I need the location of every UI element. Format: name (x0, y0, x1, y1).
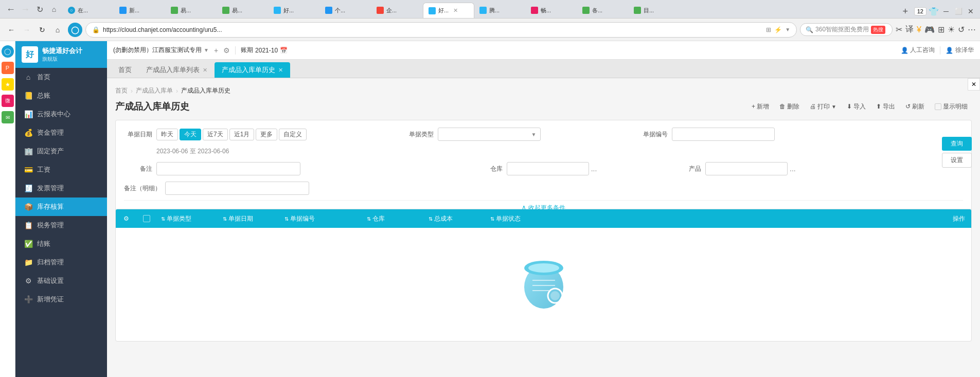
page-tab-list-close[interactable]: ✕ (203, 67, 207, 74)
company-settings-button[interactable]: ⚙ (223, 46, 230, 55)
yuan-icon[interactable]: ¥ (917, 25, 921, 34)
sidebar-item-checkout[interactable]: ✅ 结账 (15, 235, 107, 253)
browser-tab-9[interactable]: 腾... (474, 3, 526, 18)
translate-icon[interactable]: 译 (905, 24, 914, 35)
add-company-button[interactable]: + (214, 46, 218, 55)
product-input[interactable] (705, 162, 788, 175)
bill-type-dropdown[interactable]: ▼ (438, 128, 541, 141)
back-nav-button[interactable]: ← (4, 23, 19, 37)
date-btn-custom[interactable]: 自定义 (279, 129, 307, 140)
page-tab-history[interactable]: 产成品入库单历史 ✕ (215, 62, 290, 78)
settings-icon[interactable]: ⋯ (968, 25, 976, 34)
checkbox-all[interactable] (143, 215, 150, 222)
setting-button[interactable]: 设置 (942, 153, 972, 168)
th-number[interactable]: ⇅ 单据编号 (280, 214, 363, 223)
browser-tab-11[interactable]: 各... (577, 3, 629, 18)
browser-tab-7[interactable]: 企... (371, 3, 423, 18)
sidebar-item-capital[interactable]: 💰 资金管理 (15, 123, 107, 142)
browser-tab-12[interactable]: 目... (629, 3, 680, 18)
date-btn-yesterday[interactable]: 昨天 (156, 129, 178, 140)
sidebar-item-asset[interactable]: 🏢 固定资产 (15, 142, 107, 160)
warehouse-input[interactable] (507, 162, 589, 175)
th-check[interactable] (136, 215, 157, 222)
browser-tab-10[interactable]: 畅... (526, 3, 577, 18)
search-toolbar[interactable]: 🔍 360智能抠图免费用 热搜 (800, 23, 893, 36)
product-dots-icon[interactable]: ... (790, 165, 796, 173)
date-btn-today[interactable]: 今天 (180, 129, 201, 140)
user-avatar[interactable]: 👤 徐泽华 (946, 46, 974, 55)
th-date[interactable]: ⇅ 单据日期 (219, 214, 280, 223)
date-btn-1month[interactable]: 近1月 (229, 129, 255, 140)
note-input[interactable] (156, 162, 300, 175)
apps-icon[interactable]: ⊞ (938, 25, 945, 34)
breadcrumb-item-2[interactable]: 产成品入库单 (136, 86, 173, 95)
browser-tab-4[interactable]: 易... (217, 3, 269, 18)
sidebar-item-inventory[interactable]: 📦 库存核算 (15, 198, 107, 216)
panel-close-button[interactable]: ✕ (968, 78, 980, 91)
mini-icon-5[interactable]: ✉ (2, 111, 14, 123)
th-warehouse[interactable]: ⇅ 仓库 (363, 214, 424, 223)
home-nav-button[interactable]: ⌂ (50, 23, 65, 37)
sync-icon[interactable]: ↺ (958, 25, 965, 34)
scissors-icon[interactable]: ✂ (896, 25, 902, 34)
date-btn-7days[interactable]: 近7天 (203, 129, 228, 140)
browser-tab-3[interactable]: 易... (166, 3, 217, 18)
home-browser-button[interactable]: ⌂ (47, 3, 61, 16)
calendar-icon[interactable]: 📅 (280, 47, 288, 54)
sidebar-item-archive[interactable]: 📁 归档管理 (15, 253, 107, 272)
minimize-button[interactable]: ─ (941, 6, 951, 16)
support-button[interactable]: 👤 人工咨询 (901, 46, 935, 55)
tab-count-badge[interactable]: 12 (914, 7, 926, 15)
warehouse-dots-icon[interactable]: ... (591, 165, 597, 173)
show-columns-checkbox[interactable]: 显示明细 (931, 101, 972, 113)
mini-icon-4[interactable]: 微 (2, 95, 14, 107)
page-tab-history-close[interactable]: ✕ (278, 67, 283, 74)
query-button[interactable]: 查询 (942, 137, 972, 151)
page-tab-list[interactable]: 产成品入库单列表 ✕ (139, 62, 215, 78)
th-cost[interactable]: ⇅ 总成本 (424, 214, 486, 223)
sidebar-item-home[interactable]: ⌂ 首页 (15, 68, 107, 86)
sidebar-item-tax[interactable]: 📋 税务管理 (15, 216, 107, 235)
refresh-nav-button[interactable]: ↻ (35, 23, 49, 37)
mini-icon-1[interactable]: ◯ (2, 45, 14, 58)
browser-tab-1[interactable]: ○ 在... (63, 3, 114, 18)
mini-icon-2[interactable]: P (2, 62, 14, 74)
th-status[interactable]: ⇅ 单据状态 (486, 214, 548, 223)
refresh-browser-button[interactable]: ↻ (33, 3, 46, 16)
mini-icon-3[interactable]: ★ (2, 78, 14, 91)
back-button[interactable]: ← (4, 3, 17, 16)
maximize-button[interactable]: ⬜ (953, 6, 964, 16)
date-btn-more[interactable]: 更多 (256, 129, 277, 140)
brightness-icon[interactable]: ☀ (948, 25, 955, 34)
bill-number-input[interactable] (672, 128, 775, 141)
th-type[interactable]: ⇅ 单据类型 (157, 214, 219, 223)
sidebar-item-invoice[interactable]: 🧾 发票管理 (15, 179, 107, 198)
delete-button[interactable]: 🗑 删除 (775, 101, 804, 113)
forward-nav-button[interactable]: → (20, 23, 34, 37)
sidebar-item-settings[interactable]: ⚙ 基础设置 (15, 272, 107, 290)
new-button[interactable]: + 新增 (747, 101, 773, 113)
sidebar-item-newbill[interactable]: ➕ 新增凭证 (15, 290, 107, 309)
close-window-button[interactable]: ✕ (966, 6, 976, 16)
company-selector[interactable]: (勿删勿禁用）江西服宝测试专用 ▼ (113, 46, 209, 55)
breadcrumb-item-1[interactable]: 首页 (115, 86, 128, 95)
refresh-page-button[interactable]: ↺ 刷新 (901, 101, 929, 113)
print-button[interactable]: 🖨 打印 ▼ (806, 101, 841, 113)
forward-button[interactable]: → (19, 3, 32, 16)
page-tab-home[interactable]: 首页 (111, 62, 139, 78)
browser-tab-8[interactable]: 好... ✕ (423, 3, 474, 18)
new-tab-button[interactable]: + (899, 5, 912, 18)
tab-8-close[interactable]: ✕ (453, 7, 458, 14)
sidebar-item-salary[interactable]: 💳 工资 (15, 160, 107, 179)
import-button[interactable]: ⬇ 导入 (843, 101, 870, 113)
browser-tab-5[interactable]: 好... (269, 3, 320, 18)
url-bar[interactable]: 🔒 https://cloud.chanjet.com/accounting/u… (85, 22, 797, 38)
browser-tab-6[interactable]: 个... (320, 3, 371, 18)
sidebar-item-ledger[interactable]: 📒 总账 (15, 86, 107, 105)
browser-tab-2[interactable]: 新... (114, 3, 166, 18)
export-button[interactable]: ⬆ 导出 (872, 101, 899, 113)
th-setting[interactable]: ⚙ (116, 215, 136, 222)
dropdown-arrow-icon[interactable]: ▼ (785, 27, 790, 32)
sidebar-item-report[interactable]: 📊 云报表中心 (15, 105, 107, 123)
note-detail-input[interactable] (165, 182, 309, 195)
